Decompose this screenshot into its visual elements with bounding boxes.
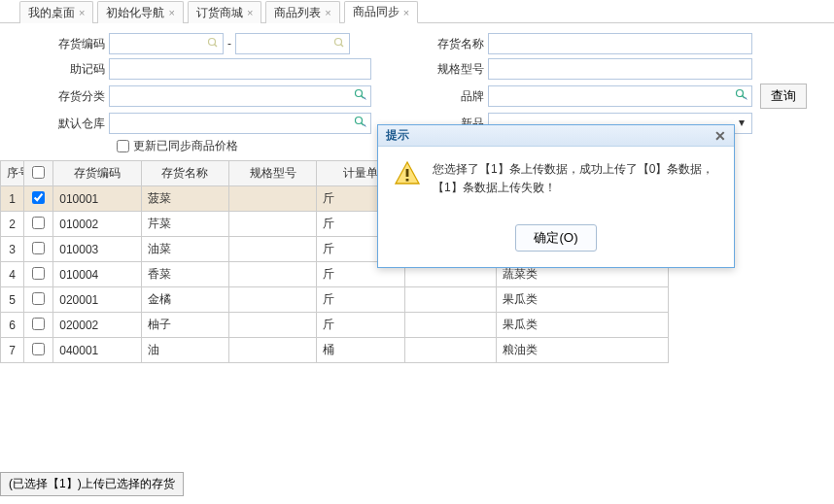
chevron-down-icon[interactable]: ▾	[735, 116, 748, 129]
label-category: 存货分类	[0, 88, 109, 105]
mnemonic-input[interactable]	[109, 58, 371, 80]
table-row[interactable]: 7040001油桶粮油类	[1, 338, 669, 363]
tab-product-sync[interactable]: 商品同步 ×	[344, 1, 418, 23]
search-icon[interactable]	[206, 36, 220, 50]
tab-init-nav[interactable]: 初始化导航 ×	[97, 1, 183, 23]
svg-line-5	[362, 96, 365, 99]
cell-spec	[229, 338, 317, 363]
search-icon[interactable]	[332, 36, 346, 50]
tab-label: 订货商城	[196, 5, 243, 21]
dialog-title: 提示	[386, 127, 409, 144]
cell-spec	[229, 262, 317, 287]
cell-unit: 斤	[317, 287, 404, 313]
category-input[interactable]	[109, 85, 371, 107]
svg-point-4	[356, 90, 363, 97]
cell-code: 010001	[53, 186, 141, 212]
row-checkbox[interactable]	[32, 267, 45, 280]
update-synced-price-checkbox[interactable]	[117, 140, 129, 152]
tab-label: 我的桌面	[28, 5, 75, 21]
svg-point-6	[737, 90, 744, 97]
cell-check[interactable]	[24, 338, 53, 363]
table-row[interactable]: 5020001金橘斤果瓜类	[1, 287, 669, 313]
close-icon[interactable]: ×	[325, 7, 330, 18]
dialog-title-bar[interactable]: 提示 ✕	[378, 125, 734, 147]
cell-check[interactable]	[24, 313, 53, 338]
cell-clsid	[404, 338, 496, 363]
col-header-check[interactable]	[24, 161, 53, 186]
brand-input[interactable]	[488, 85, 752, 107]
close-icon[interactable]: ×	[247, 7, 253, 18]
warning-icon	[394, 160, 421, 187]
range-dash: -	[227, 37, 231, 50]
row-checkbox[interactable]	[32, 292, 45, 305]
upload-selected-button[interactable]: (已选择【1】)上传已选择的存货	[0, 472, 184, 496]
cell-num: 4	[1, 262, 24, 287]
close-icon[interactable]: ×	[79, 7, 85, 18]
spec-input[interactable]	[488, 58, 752, 80]
stock-name-input[interactable]	[488, 33, 752, 54]
label-stock-name: 存货名称	[371, 36, 488, 52]
svg-line-9	[362, 123, 365, 126]
tab-label: 商品列表	[274, 5, 321, 21]
cell-unit: 斤	[317, 313, 404, 338]
tab-desktop[interactable]: 我的桌面 ×	[19, 1, 93, 23]
warehouse-input[interactable]	[109, 113, 371, 134]
col-header-spec[interactable]: 规格型号	[229, 161, 317, 186]
cell-name: 香菜	[141, 262, 228, 287]
cell-check[interactable]	[24, 237, 53, 262]
svg-rect-11	[406, 169, 409, 177]
dropdown-search-icon[interactable]	[354, 116, 367, 129]
cell-code: 040001	[53, 338, 141, 363]
row-checkbox[interactable]	[32, 242, 45, 254]
row-checkbox[interactable]	[32, 191, 45, 204]
cell-code: 020001	[53, 287, 141, 313]
dropdown-search-icon[interactable]	[354, 88, 367, 102]
label-warehouse: 默认仓库	[0, 116, 109, 132]
cell-num: 5	[1, 287, 24, 313]
cell-num: 3	[1, 237, 24, 262]
cell-name: 油菜	[141, 237, 228, 262]
search-button[interactable]: 查询	[760, 84, 807, 109]
cell-num: 1	[1, 186, 24, 212]
cell-check[interactable]	[24, 287, 53, 313]
cell-check[interactable]	[24, 186, 53, 212]
select-all-checkbox[interactable]	[32, 166, 45, 179]
cell-spec	[229, 212, 317, 237]
cell-cls: 粮油类	[497, 338, 669, 363]
col-header-name[interactable]: 存货名称	[141, 161, 228, 186]
cell-unit: 桶	[317, 338, 404, 363]
svg-rect-12	[406, 179, 409, 182]
cell-code: 020002	[53, 313, 141, 338]
ok-button[interactable]: 确定(O)	[515, 224, 596, 252]
cell-check[interactable]	[24, 212, 53, 237]
cell-name: 柚子	[141, 313, 228, 338]
cell-check[interactable]	[24, 262, 53, 287]
close-icon[interactable]: ×	[168, 7, 174, 18]
tab-product-list[interactable]: 商品列表 ×	[265, 1, 339, 23]
cell-spec	[229, 237, 317, 262]
col-header-num[interactable]: 序号	[1, 161, 24, 186]
footer-bar: (已选择【1】)上传已选择的存货	[0, 472, 184, 496]
cell-clsid	[404, 287, 496, 313]
close-icon[interactable]: ✕	[714, 128, 726, 144]
col-header-code[interactable]: 存货编码	[53, 161, 141, 186]
cell-cls: 果瓜类	[497, 287, 669, 313]
stock-code-from-input[interactable]	[109, 33, 224, 54]
tab-order-mall[interactable]: 订货商城 ×	[188, 1, 261, 23]
tab-bar: 我的桌面 × 初始化导航 × 订货商城 × 商品列表 × 商品同步 ×	[0, 0, 834, 23]
svg-line-3	[341, 45, 344, 48]
cell-name: 金橘	[141, 287, 228, 313]
table-row[interactable]: 6020002柚子斤果瓜类	[1, 313, 669, 338]
checkbox-label: 更新已同步商品价格	[133, 138, 238, 154]
alert-dialog: 提示 ✕ 您选择了【1】条上传数据，成功上传了【0】条数据，【1】条数据上传失败…	[377, 124, 735, 268]
dropdown-search-icon[interactable]	[735, 88, 748, 102]
close-icon[interactable]: ×	[403, 7, 409, 18]
label-brand: 品牌	[371, 88, 488, 105]
row-checkbox[interactable]	[32, 318, 45, 330]
dialog-message: 您选择了【1】条上传数据，成功上传了【0】条数据，【1】条数据上传失败！	[433, 160, 718, 215]
label-stock-code: 存货编码	[0, 36, 109, 52]
cell-code: 010004	[53, 262, 141, 287]
stock-code-to-input[interactable]	[235, 33, 350, 54]
row-checkbox[interactable]	[32, 343, 45, 355]
row-checkbox[interactable]	[32, 217, 45, 229]
